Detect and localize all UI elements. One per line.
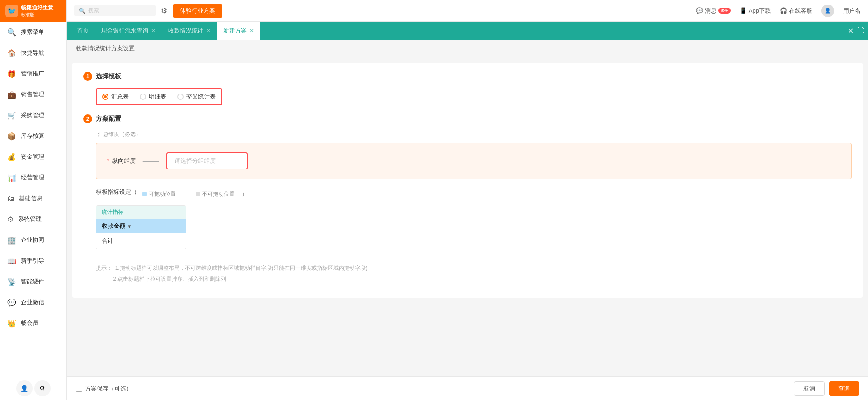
sidebar-item-member[interactable]: 👑 畅会员 bbox=[0, 313, 66, 334]
message-item[interactable]: 💬 消息 99+ bbox=[696, 7, 731, 15]
online-service-item[interactable]: 🎧 在线客服 bbox=[780, 7, 812, 15]
cart-icon: 🛒 bbox=[7, 111, 16, 120]
sidebar-item-sales[interactable]: 💼 销售管理 bbox=[0, 84, 66, 105]
search-icon: 🔍 bbox=[79, 8, 85, 14]
dimension-area: * 纵向维度 —— 请选择分组维度 bbox=[96, 143, 852, 179]
sidebar: 🐦 畅捷通好生意 标准版 🔍 搜索菜单 🏠 快捷导航 🎁 营销推广 💼 销售管理… bbox=[0, 0, 67, 400]
logo-icon: 🐦 bbox=[5, 5, 18, 17]
dropdown-arrow-icon[interactable]: ▾ bbox=[128, 223, 131, 230]
tab-close-new-plan[interactable]: ✕ bbox=[250, 28, 254, 34]
sidebar-user-btn[interactable]: 👤 bbox=[16, 380, 33, 396]
dimension-selector-input[interactable]: 请选择分组维度 bbox=[166, 152, 248, 169]
page-title: 收款情况统计方案设置 bbox=[76, 45, 135, 52]
enterprise-icon: 🏢 bbox=[7, 236, 16, 245]
bottom-bar-right: 取消 查询 bbox=[794, 381, 859, 396]
user-name: 用户名 bbox=[843, 7, 861, 15]
tip2: 2.点击标题栏下拉可设置排序、插入列和删除列 bbox=[113, 273, 852, 284]
member-icon: 👑 bbox=[7, 319, 16, 328]
home-icon: 🏠 bbox=[7, 49, 16, 57]
sidebar-item-wechat[interactable]: 💬 企业微信 bbox=[0, 292, 66, 313]
sidebar-item-finance[interactable]: 💰 资金管理 bbox=[0, 146, 66, 167]
metrics-row-payment[interactable]: 收款金额 ▾ bbox=[96, 219, 186, 233]
sidebar-item-basic-info[interactable]: 🗂 基础信息 bbox=[0, 188, 66, 209]
sidebar-settings-btn[interactable]: ⚙ bbox=[34, 380, 51, 396]
query-button[interactable]: 查询 bbox=[829, 381, 859, 396]
book-icon: 📖 bbox=[7, 257, 16, 265]
legend-dot-draggable bbox=[142, 192, 147, 196]
sidebar-item-quick-nav[interactable]: 🏠 快捷导航 bbox=[0, 42, 66, 63]
tab-home[interactable]: 首页 bbox=[71, 22, 95, 40]
sidebar-item-system[interactable]: ⚙ 系统管理 bbox=[0, 209, 66, 230]
page-content: 收款情况统计方案设置 1 选择模板 汇总表 明细表 bbox=[67, 40, 868, 400]
legend-dot-fixed bbox=[196, 192, 200, 196]
sidebar-logo: 🐦 畅捷通好生意 标准版 bbox=[0, 0, 66, 22]
tab-new-plan[interactable]: 新建方案 ✕ bbox=[217, 22, 260, 40]
dimension-arrow: —— bbox=[143, 156, 159, 166]
sidebar-item-newbie[interactable]: 📖 新手引导 bbox=[0, 250, 66, 271]
radio-dot-summary bbox=[102, 94, 108, 100]
phone-icon: 📱 bbox=[740, 7, 747, 14]
header-right: 💬 消息 99+ 📱 App下载 🎧 在线客服 👤 用户名 bbox=[696, 5, 861, 17]
radio-cross[interactable]: 交叉统计表 bbox=[177, 93, 216, 101]
section2-number: 2 bbox=[83, 114, 92, 123]
folder-icon: 🗂 bbox=[7, 194, 14, 202]
dimension-section-title: 汇总维度（必选） bbox=[96, 131, 852, 138]
sidebar-item-operations[interactable]: 📊 经营管理 bbox=[0, 167, 66, 188]
legend-draggable: 可拖动位置 bbox=[142, 190, 176, 198]
trial-button[interactable]: 体验行业方案 bbox=[173, 4, 222, 18]
save-checkbox[interactable] bbox=[76, 386, 82, 392]
template-selector: 汇总表 明细表 交叉统计表 bbox=[96, 88, 222, 105]
metrics-header: 统计指标 bbox=[96, 206, 186, 219]
legend-fixed: 不可拖动位置 bbox=[196, 190, 235, 198]
section2-title: 方案配置 bbox=[96, 115, 121, 123]
section1-header: 1 选择模板 bbox=[83, 72, 852, 81]
section1-title: 选择模板 bbox=[96, 72, 121, 80]
metrics-table: 统计指标 收款金额 ▾ 合计 bbox=[96, 205, 186, 249]
tab-bank-flow[interactable]: 现金银行流水查询 ✕ bbox=[95, 22, 162, 40]
settings-icon[interactable]: ⚙ bbox=[161, 6, 167, 15]
tab-close-bank-flow[interactable]: ✕ bbox=[151, 28, 156, 34]
gear-icon: ⚙ bbox=[7, 215, 14, 224]
sidebar-item-search-menu[interactable]: 🔍 搜索菜单 bbox=[0, 22, 66, 42]
tab-close-receipt-stats[interactable]: ✕ bbox=[206, 28, 211, 34]
avatar[interactable]: 👤 bbox=[821, 5, 834, 17]
sales-icon: 💼 bbox=[7, 90, 16, 99]
tabs-bar-right: ✕ ⛶ bbox=[848, 27, 864, 35]
gift-icon: 🎁 bbox=[7, 70, 16, 78]
section2-header: 2 方案配置 bbox=[83, 114, 852, 123]
sidebar-item-enterprise-collab[interactable]: 🏢 企业协同 bbox=[0, 230, 66, 250]
metrics-legend: 可拖动位置 不可拖动位置 ） bbox=[142, 190, 247, 198]
save-option: 方案保存（可选） bbox=[76, 385, 132, 393]
sidebar-bottom: 👤 ⚙ bbox=[0, 376, 66, 400]
app-download-item[interactable]: 📱 App下载 bbox=[740, 7, 771, 15]
search-icon: 🔍 bbox=[7, 28, 16, 37]
radio-summary[interactable]: 汇总表 bbox=[102, 93, 129, 101]
sidebar-item-marketing[interactable]: 🎁 营销推广 bbox=[0, 63, 66, 84]
radio-dot-cross bbox=[177, 94, 184, 100]
tip1: 提示： 1.拖动标题栏可以调整布局，不可跨维度或指标区域拖动栏目字段(只能在同一… bbox=[96, 263, 852, 273]
form-card: 1 选择模板 汇总表 明细表 交叉统计表 bbox=[72, 63, 863, 298]
headset-icon: 🎧 bbox=[780, 7, 787, 14]
close-window-btn[interactable]: ✕ bbox=[848, 27, 854, 35]
metrics-title: 模板指标设定（ bbox=[96, 188, 137, 196]
radio-detail[interactable]: 明细表 bbox=[140, 93, 166, 101]
cancel-button[interactable]: 取消 bbox=[794, 381, 825, 396]
section2: 2 方案配置 汇总维度（必选） * 纵向维度 —— bbox=[83, 114, 852, 289]
section1-number: 1 bbox=[83, 72, 92, 81]
maximize-window-btn[interactable]: ⛶ bbox=[857, 27, 864, 35]
message-icon: 💬 bbox=[696, 7, 703, 14]
sidebar-item-purchase[interactable]: 🛒 采购管理 bbox=[0, 105, 66, 126]
tab-receipt-stats[interactable]: 收款情况统计 ✕ bbox=[162, 22, 217, 40]
page-title-bar: 收款情况统计方案设置 bbox=[67, 40, 868, 57]
top-header: 🔍 搜索 ⚙ 体验行业方案 💬 消息 99+ 📱 App下载 🎧 在线客服 👤 … bbox=[67, 0, 868, 22]
header-search-box[interactable]: 🔍 搜索 bbox=[74, 5, 156, 16]
box-icon: 📦 bbox=[7, 132, 16, 141]
chart-icon: 📊 bbox=[7, 174, 16, 182]
metrics-row-total: 合计 bbox=[96, 233, 186, 249]
logo-text: 畅捷通好生意 标准版 bbox=[21, 4, 53, 18]
tips-section: 提示： 1.拖动标题栏可以调整布局，不可跨维度或指标区域拖动栏目字段(只能在同一… bbox=[96, 258, 852, 289]
main-area: 🔍 搜索 ⚙ 体验行业方案 💬 消息 99+ 📱 App下载 🎧 在线客服 👤 … bbox=[67, 0, 868, 400]
bottom-bar: 方案保存（可选） 取消 查询 bbox=[67, 376, 868, 400]
sidebar-item-inventory[interactable]: 📦 库存核算 bbox=[0, 126, 66, 146]
sidebar-item-smart-hardware[interactable]: 📡 智能硬件 bbox=[0, 271, 66, 292]
